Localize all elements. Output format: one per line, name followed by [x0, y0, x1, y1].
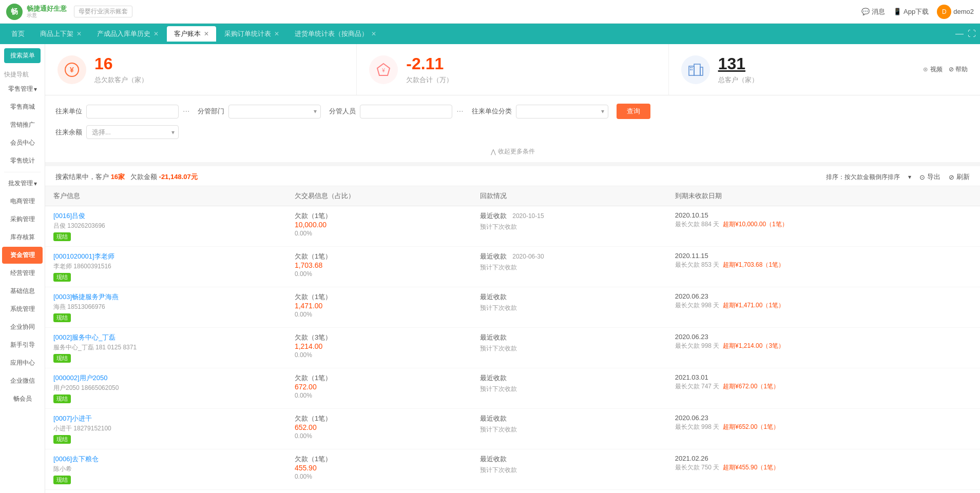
sidebar-item-retail-stats[interactable]: 零售统计 [2, 152, 43, 169]
stat-card-debt-customers: ¥ 16 总欠款客户（家） [45, 44, 357, 95]
filter-input-person[interactable] [360, 105, 452, 119]
cell-debt-6: 欠款（1笔） 455.90 0.00% [286, 449, 472, 490]
filter-expand-btn[interactable]: ⋀ 收起更多条件 [55, 145, 970, 158]
sidebar-item-enterprise-wechat[interactable]: 企业微信 [2, 372, 43, 389]
video-btn[interactable]: ⊙ 视频 [923, 65, 942, 74]
overdue-link-6[interactable]: 超期¥455.90（1笔） [723, 464, 779, 471]
filter-input-customer[interactable] [86, 105, 179, 119]
tab-close-product-listing[interactable]: ✕ [76, 30, 82, 37]
help-btn[interactable]: ⊘ 帮助 [949, 65, 968, 74]
tab-production-history[interactable]: 产成品入库单历史 ✕ [90, 26, 166, 42]
tab-close-production[interactable]: ✕ [153, 30, 159, 37]
sidebar-item-enterprise-collab[interactable]: 企业协同 [2, 319, 43, 336]
cell-collection-1: 最近收款 2020-06-30 预计下次收款 [472, 247, 667, 287]
cell-debt-0: 欠款（1笔） 10,000.00 0.00% [286, 206, 472, 247]
sidebar-item-retail-mall[interactable]: 零售商城 [2, 98, 43, 115]
customer-name-link-4[interactable]: [000002]用户2050 [53, 374, 108, 382]
building-icon-svg [687, 62, 704, 77]
sidebar-item-operations[interactable]: 经营管理 [2, 265, 43, 282]
filter-label-balance: 往来余额 [55, 128, 82, 137]
debt-count-3: 欠款（3笔） [295, 333, 464, 342]
debt-percent-2: 0.00% [295, 311, 464, 318]
filter-select-balance[interactable]: 选择... [86, 125, 179, 139]
filter-dots-customer[interactable]: ··· [183, 107, 189, 116]
cell-customer-5: [0007]小进干 小进干 18279152100 现结 [45, 409, 286, 449]
customer-name-link-6[interactable]: [0006]去下粮仓 [53, 455, 99, 463]
search-menu-button[interactable]: 搜索菜单 [4, 48, 41, 63]
search-button[interactable]: 查询 [617, 104, 650, 119]
cell-collection-4: 最近收款 预计下次收款 [472, 368, 667, 409]
tab-close-purchase[interactable]: ✕ [274, 30, 279, 37]
sidebar-item-wholesale-mgmt[interactable]: 批发管理 ▾ [2, 175, 43, 192]
sidebar-item-chang-member[interactable]: 畅会员 [2, 390, 43, 407]
customer-name-link-1[interactable]: [0001020001]李老师 [53, 252, 114, 260]
debt-amount-3[interactable]: 1,214.00 [295, 342, 464, 350]
debt-amount-1[interactable]: 1,703.68 [295, 261, 464, 269]
customer-name-link-5[interactable]: [0007]小进干 [53, 415, 92, 422]
debt-amount-4[interactable]: 672.00 [295, 383, 464, 391]
stat-card-total-customers: 131 总客户（家） ⊙ 视频 ⊘ 帮助 [669, 44, 980, 95]
table-actions: 排序：按欠款金额倒序排序 ▾ ⊙ 导出 ⊘ 刷新 [826, 172, 970, 182]
sidebar-item-finance[interactable]: 资金管理 [2, 247, 43, 264]
overdue-link-4[interactable]: 超期¥672.00（1笔） [723, 383, 779, 390]
message-button[interactable]: 💬 消息 [861, 7, 885, 16]
tab-minimize-btn[interactable]: — [955, 29, 964, 38]
customer-name-link-0[interactable]: [0016]吕俊 [53, 212, 85, 220]
top-bar: 畅 畅捷通好生意 示意 母婴行业演示账套 💬 消息 📱 App下载 D demo… [0, 0, 980, 24]
customer-name-link-2[interactable]: [0003]畅捷服务尹海燕 [53, 293, 119, 301]
tab-customer-account[interactable]: 客户账本 ✕ [167, 26, 216, 42]
cell-overdue-4: 2021.03.01 最长欠款 747 天 超期¥672.00（1笔） [667, 368, 980, 409]
cell-overdue-1: 2020.11.15 最长欠款 853 天 超期¥1,703.68（1笔） [667, 247, 980, 287]
debt-amount-2[interactable]: 1,471.00 [295, 302, 464, 310]
sidebar-item-app-center[interactable]: 应用中心 [2, 354, 43, 371]
tag-xianjin-1: 现结 [53, 273, 71, 282]
sidebar-item-marketing[interactable]: 营销推广 [2, 116, 43, 133]
customer-contact-5: 小进干 18279152100 [53, 424, 278, 433]
user-menu[interactable]: D demo2 [937, 5, 974, 19]
cell-debt-5: 欠款（1笔） 652.00 0.00% [286, 409, 472, 449]
filter-row-2: 往来余额 选择... [55, 125, 970, 139]
overdue-link-0[interactable]: 超期¥10,000.00（1笔） [723, 221, 788, 228]
overdue-link-3[interactable]: 超期¥1,214.00（3笔） [723, 342, 784, 349]
app-download-button[interactable]: 📱 App下载 [893, 7, 929, 16]
tab-close-incoming[interactable]: ✕ [371, 30, 376, 37]
sidebar-item-retail-mgmt[interactable]: 零售管理 ▾ [2, 81, 43, 97]
tab-purchase-stats[interactable]: 采购订单统计表 ✕ [217, 26, 286, 42]
tab-incoming-stats[interactable]: 进货单统计表（按商品） ✕ [287, 26, 383, 42]
cell-customer-3: [0002]服务中心_丁磊 服务中心_丁磊 181 0125 8371 现结 [45, 328, 286, 368]
tab-maximize-btn[interactable]: ⛶ [968, 29, 976, 38]
logo-icon: 畅 [6, 4, 23, 20]
debt-amount-0[interactable]: 10,000.00 [295, 221, 464, 229]
system-name[interactable]: 母婴行业演示账套 [74, 6, 132, 17]
tab-close-customer[interactable]: ✕ [204, 30, 209, 37]
sidebar-item-basic-info[interactable]: 基础信息 [2, 283, 43, 300]
sidebar-item-purchase[interactable]: 采购管理 [2, 211, 43, 228]
tab-product-listing[interactable]: 商品上下架 ✕ [33, 26, 89, 42]
tab-home[interactable]: 首页 [4, 26, 32, 42]
table-row: [0006]去下粮仓 陈小希 现结 欠款（1笔） 455.90 0.00% 最近… [45, 449, 980, 490]
stat-label-total-customers: 总客户（家） [718, 75, 758, 85]
sidebar-item-members[interactable]: 会员中心 [2, 134, 43, 151]
chevron-down-sort-icon[interactable]: ▾ [908, 173, 911, 181]
customer-contact-1: 李老师 18600391516 [53, 262, 278, 271]
sidebar-item-inventory[interactable]: 库存核算 [2, 229, 43, 246]
debt-amount-5[interactable]: 652.00 [295, 423, 464, 431]
tag-xianjin-2: 现结 [53, 313, 71, 322]
customer-name-link-3[interactable]: [0002]服务中心_丁磊 [53, 333, 116, 341]
avatar: D [937, 5, 951, 19]
filter-select-dept[interactable] [228, 105, 321, 119]
filter-select-category[interactable] [516, 105, 608, 119]
sidebar-item-ecommerce[interactable]: 电商管理 [2, 193, 43, 210]
overdue-link-5[interactable]: 超期¥652.00（1笔） [723, 423, 779, 430]
sidebar-item-system[interactable]: 系统管理 [2, 301, 43, 318]
export-button[interactable]: ⊙ 导出 [919, 172, 940, 182]
filter-dots-person[interactable]: ··· [456, 107, 463, 116]
overdue-link-2[interactable]: 超期¥1,471.00（1笔） [723, 302, 784, 309]
debt-amount-6[interactable]: 455.90 [295, 464, 464, 472]
refresh-button[interactable]: ⊘ 刷新 [949, 172, 970, 182]
table-row: [0001020001]李老师 李老师 18600391516 现结 欠款（1笔… [45, 247, 980, 287]
sidebar-item-newbie[interactable]: 新手引导 [2, 337, 43, 353]
overdue-link-1[interactable]: 超期¥1,703.68（1笔） [723, 261, 784, 268]
collection-recent-0: 最近收款 2020-10-15 [480, 211, 659, 221]
cell-overdue-7: 2020.12.30 最长欠款 808 天 超期¥429.00（1笔） [667, 490, 980, 494]
